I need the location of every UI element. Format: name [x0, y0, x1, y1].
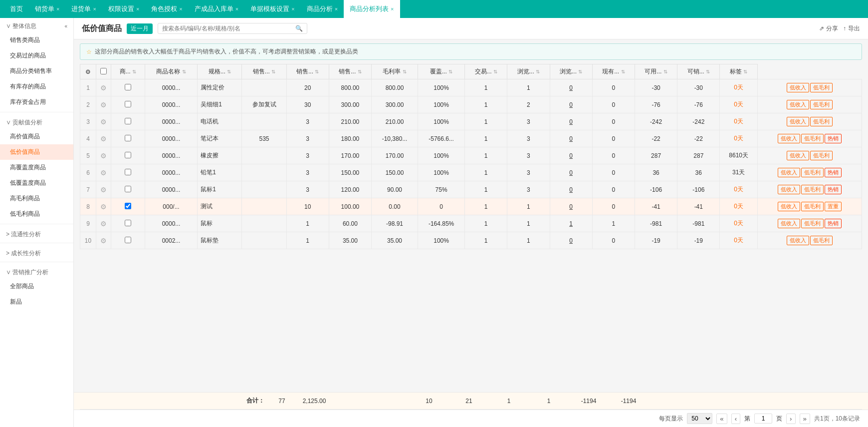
row-name[interactable]: 鼠标垫 — [198, 232, 242, 249]
sidebar-group-contribution[interactable]: ∨ 贡献值分析 — [0, 114, 73, 129]
nav-template[interactable]: 单据模板设置 × — [244, 0, 300, 18]
tags-col-header[interactable]: 标签 ⇅ — [720, 64, 758, 79]
trade-col-header[interactable]: 交易... ⇅ — [465, 64, 507, 79]
spec-col-header[interactable]: 规格... ⇅ — [198, 64, 242, 79]
select-all-checkbox[interactable] — [100, 68, 107, 74]
nav-close-sales[interactable]: × — [56, 6, 59, 12]
row-view1[interactable]: 0 — [550, 113, 592, 130]
search-icon[interactable]: 🔍 — [295, 25, 303, 32]
row-view1[interactable]: 0 — [550, 164, 592, 181]
row-check[interactable] — [111, 181, 145, 198]
row-name[interactable]: 测试 — [198, 198, 242, 215]
sidebar-group-growth[interactable]: > 成长性分析 — [0, 245, 73, 260]
row-name[interactable]: 橡皮擦 — [198, 147, 242, 164]
check-col-header[interactable] — [96, 64, 111, 79]
sale-amount-col-header[interactable]: 销售... ⇅ — [329, 64, 371, 79]
row-name[interactable]: 吴细细1 — [198, 96, 242, 113]
row-settings[interactable]: ⚙ — [96, 113, 111, 130]
row-settings[interactable]: ⚙ — [96, 198, 111, 215]
row-check[interactable] — [111, 232, 145, 249]
row-name[interactable]: 笔记本 — [198, 130, 242, 147]
coverage-col-header[interactable]: 覆盖... ⇅ — [418, 64, 465, 79]
sidebar-item-new-products[interactable]: 新品 — [0, 294, 73, 310]
per-page-select[interactable]: 50 100 200 — [687, 413, 712, 424]
next-page-button[interactable]: › — [786, 414, 795, 424]
nav-close-template[interactable]: × — [291, 6, 294, 12]
search-input[interactable] — [162, 25, 295, 32]
row-check[interactable] — [111, 130, 145, 147]
share-button[interactable]: ⇗ 分享 — [819, 24, 838, 33]
nav-close-product[interactable]: × — [235, 6, 238, 12]
sidebar-item-category-rate[interactable]: 商品分类销售率 — [0, 63, 73, 79]
stock-sale-col-header[interactable]: 可销... ⇅ — [677, 64, 720, 79]
code-col-header[interactable]: 商... ⇅ — [111, 64, 145, 79]
row-check[interactable] — [111, 147, 145, 164]
nav-role-auth[interactable]: 角色授权 × — [145, 0, 188, 18]
row-view1[interactable]: 0 — [550, 147, 592, 164]
view2-col-header[interactable]: 浏览... ⇅ — [550, 64, 592, 79]
row-name[interactable]: 铅笔1 — [198, 164, 242, 181]
stock-avail-col-header[interactable]: 可用... ⇅ — [635, 64, 677, 79]
row-settings[interactable]: ⚙ — [96, 79, 111, 96]
margin-col-header[interactable]: 毛利率 ⇅ — [372, 64, 418, 79]
row-check[interactable] — [111, 96, 145, 113]
row-name[interactable]: 鼠标 — [198, 215, 242, 232]
settings-col-header[interactable]: ⚙ — [80, 64, 96, 79]
sidebar-item-sales-products[interactable]: 销售类商品 — [0, 32, 73, 48]
name-col-header[interactable]: 商品名称 ⇅ — [145, 64, 198, 79]
stock-cur-col-header[interactable]: 现有... ⇅ — [592, 64, 635, 79]
collapse-overall-icon[interactable]: « — [64, 23, 67, 29]
row-view1[interactable]: 0 — [550, 232, 592, 249]
nav-permission[interactable]: 权限设置 × — [102, 0, 145, 18]
nav-close-permission[interactable]: × — [136, 6, 139, 12]
row-settings[interactable]: ⚙ — [96, 181, 111, 198]
view1-col-header[interactable]: 浏览... ⇅ — [507, 64, 550, 79]
nav-home[interactable]: 首页 — [4, 0, 29, 18]
sidebar-item-high-margin[interactable]: 高毛利商品 — [0, 191, 73, 206]
row-view1[interactable]: 0 — [550, 130, 592, 147]
sale-price-col-header[interactable]: 销售... ⇅ — [286, 64, 329, 79]
nav-analysis-list[interactable]: 商品分析列表 × — [344, 0, 400, 18]
sidebar-group-circulation[interactable]: > 流通性分析 — [0, 226, 73, 241]
row-settings[interactable]: ⚙ — [96, 147, 111, 164]
row-settings[interactable]: ⚙ — [96, 96, 111, 113]
row-settings[interactable]: ⚙ — [96, 130, 111, 147]
nav-close-analysis[interactable]: × — [335, 6, 338, 12]
row-view1[interactable]: 1 — [550, 215, 592, 232]
row-view1[interactable]: 0 — [550, 198, 592, 215]
sidebar-group-overall[interactable]: ∨ 整体信息 « — [0, 18, 73, 32]
sidebar-item-high-value[interactable]: 高价值商品 — [0, 129, 73, 144]
time-filter-badge[interactable]: 近一月 — [127, 23, 153, 34]
row-check[interactable] — [111, 198, 145, 215]
row-check[interactable] — [111, 164, 145, 181]
row-name[interactable]: 鼠标1 — [198, 181, 242, 198]
page-number-input[interactable] — [754, 414, 772, 424]
sidebar-item-low-coverage[interactable]: 低覆盖度商品 — [0, 175, 73, 191]
sidebar-group-marketing[interactable]: ∨ 营销推广分析 — [0, 264, 73, 279]
row-check[interactable] — [111, 215, 145, 232]
sidebar-item-stock-capital[interactable]: 库存资金占用 — [0, 94, 73, 110]
nav-close-list[interactable]: × — [391, 6, 394, 12]
row-name[interactable]: 电话机 — [198, 113, 242, 130]
sidebar-item-all-products[interactable]: 全部商品 — [0, 279, 73, 294]
nav-product-stock[interactable]: 产成品入库单 × — [189, 0, 244, 18]
row-name[interactable]: 属性定价 — [198, 79, 242, 96]
row-settings[interactable]: ⚙ — [96, 215, 111, 232]
export-button[interactable]: ↑ 导出 — [843, 24, 860, 33]
nav-sales-order[interactable]: 销货单 × — [29, 0, 65, 18]
sale-qty-col-header[interactable]: 销售... ⇅ — [242, 64, 286, 79]
row-settings[interactable]: ⚙ — [96, 232, 111, 249]
sidebar-item-traded-products[interactable]: 交易过的商品 — [0, 48, 73, 63]
sidebar-item-stocked-products[interactable]: 有库存的商品 — [0, 79, 73, 94]
sidebar-item-low-value[interactable]: 低价值商品 — [0, 144, 73, 160]
sidebar-item-low-margin[interactable]: 低毛利商品 — [0, 206, 73, 222]
prev-page-button[interactable]: ‹ — [731, 414, 740, 424]
nav-purchase-order[interactable]: 进货单 × — [65, 0, 102, 18]
row-view1[interactable]: 0 — [550, 96, 592, 113]
last-page-button[interactable]: » — [800, 414, 810, 424]
row-settings[interactable]: ⚙ — [96, 164, 111, 181]
row-check[interactable] — [111, 113, 145, 130]
first-page-button[interactable]: « — [716, 414, 727, 424]
nav-analysis[interactable]: 商品分析 × — [301, 0, 344, 18]
nav-close-role[interactable]: × — [179, 6, 182, 12]
